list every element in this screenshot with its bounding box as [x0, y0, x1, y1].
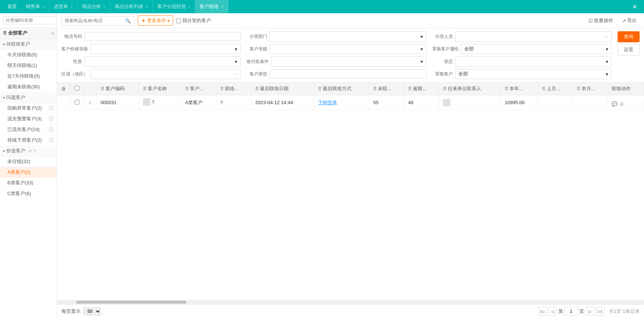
table-row: 1 000031 ? A类客户 7 2023-04-12 14:44: 下销货单…	[57, 95, 644, 110]
sidebar-item-unclassified[interactable]: 未分组(32)	[0, 156, 57, 167]
col-last-way[interactable]: ⠿ 最后联络方式	[314, 82, 369, 95]
scroll-thumb[interactable]	[76, 301, 186, 304]
row-code[interactable]: 000031	[97, 95, 139, 110]
section-pending-contact[interactable]: ▾ 待联络客户	[0, 39, 57, 50]
qr-icon[interactable]: ⊞	[620, 101, 624, 107]
select-all-checkbox[interactable]	[75, 86, 79, 91]
sidebar-collapse-button[interactable]: ◁	[50, 31, 54, 36]
col-name[interactable]: ⠿ 客户名称	[139, 82, 181, 95]
col-checkbox[interactable]	[70, 82, 83, 95]
filter-price-level-label: 客户价格等级	[61, 46, 88, 52]
sidebar-item-today-contact[interactable]: 今天待联络(0)	[0, 50, 57, 60]
filter-nature-select[interactable]	[84, 56, 241, 67]
sidebar-item-class-a[interactable]: A类客户(1)	[0, 167, 57, 178]
filter-phone-input[interactable]	[84, 32, 241, 41]
my-customers-checkbox[interactable]	[176, 18, 181, 23]
filter-dept-label: 分管部门	[247, 33, 267, 40]
filter-row-2: 客户价格等级 客户等级	[61, 44, 612, 54]
col-type[interactable]: ⠿ 客户...	[182, 82, 217, 95]
section-value-customers[interactable]: ▾ 价值客户 ↺ ✎	[0, 146, 57, 156]
region-dots-icon: ···	[233, 71, 237, 77]
sidebar-item-churned[interactable]: 已流失客户(24) ⓘ	[0, 124, 57, 135]
filter-customer-type-label: 客户类型	[247, 71, 267, 77]
filter-person-select[interactable]: ···	[455, 31, 612, 42]
page-size-select[interactable]: 50	[83, 307, 101, 315]
page-number-input[interactable]	[565, 307, 578, 316]
col-this-year[interactable]: ⠿ 本年...	[501, 82, 538, 95]
col-last-date[interactable]: ⠿ 最后联络日期	[251, 82, 314, 95]
close-customer-contact-tab[interactable]: ×	[221, 4, 223, 9]
tab-purchase[interactable]: 进货单 ×	[49, 0, 77, 13]
sidebar-item-declining[interactable]: 持续下滑客户(2) ⓘ	[0, 135, 57, 146]
refresh-icon[interactable]: ↺	[28, 149, 32, 153]
tab-customer-tier[interactable]: 客户分层经营 ×	[153, 0, 195, 13]
col-not-contact[interactable]: ⠿ 未联...	[369, 82, 404, 95]
sidebar-item-repurchase-abnormal[interactable]: 回购异常客户(2) ⓘ	[0, 103, 57, 114]
close-sales-tab[interactable]: ×	[42, 4, 44, 9]
sidebar-item-churn-warning[interactable]: 流失预警客户(3) ⓘ	[0, 114, 57, 124]
page-size-label: 每页显示	[61, 308, 80, 315]
info-icon-3: ⓘ	[49, 126, 54, 133]
last-page-button[interactable]: ▷|	[596, 307, 605, 316]
page-label: 第	[558, 308, 563, 315]
filter-retail-customer-select[interactable]: 全部	[455, 69, 612, 79]
sidebar-item-class-c[interactable]: C类客户(6)	[0, 188, 57, 199]
next-page-button[interactable]: ▷	[586, 307, 594, 316]
tab-product-analysis-list[interactable]: 商品分析列表 ×	[110, 0, 153, 13]
filter-dept-select[interactable]	[269, 31, 426, 42]
filter-retail-attr-select[interactable]: 全部	[461, 44, 612, 54]
close-product-analysis-tab[interactable]: ×	[103, 4, 105, 9]
info-icon-2: ⓘ	[49, 116, 54, 122]
sidebar-item-7day-contact[interactable]: 近7天待联络(0)	[0, 71, 57, 82]
tab-product-analysis[interactable]: 商品分析 ×	[78, 0, 110, 13]
tab-sales[interactable]: 销售单 ×	[21, 0, 49, 13]
col-contact[interactable]: ⠿ 联络...	[217, 82, 251, 95]
page-total-label: 页	[579, 308, 584, 315]
sidebar-item-overdue-contact[interactable]: 逾期未联络(30)	[0, 82, 57, 92]
dept-chevron-icon	[421, 34, 423, 39]
row-checkbox[interactable]	[70, 95, 83, 110]
prev-page-button[interactable]: ◁	[548, 307, 557, 316]
col-prev-contact[interactable]: ⠿ 往来单位联系人	[439, 82, 501, 95]
tab-customer-contact[interactable]: 客户联络 ×	[195, 0, 228, 13]
close-customer-tier-tab[interactable]: ×	[188, 4, 190, 9]
filter-customer-level-select[interactable]	[269, 44, 426, 54]
col-last-month[interactable]: ⠿ 上月...	[538, 82, 573, 95]
close-product-analysis-list-tab[interactable]: ×	[146, 4, 148, 9]
last-way-link[interactable]: 下销货单	[318, 100, 337, 105]
edit-value-icon[interactable]: ✎	[33, 149, 36, 153]
search-input[interactable]	[65, 18, 124, 23]
batch-op-button[interactable]: ☑ 批量操作	[586, 16, 616, 25]
col-this-month[interactable]: ⠿ 本月...	[573, 82, 608, 95]
chat-icon[interactable]: 💬	[612, 101, 618, 107]
search-box[interactable]: 🔍	[61, 16, 135, 25]
window-close-button[interactable]: ✕	[628, 0, 641, 13]
col-settings[interactable]: ⚙	[57, 82, 70, 95]
pagination: |◁ ◁ 第 页 ▷ ▷| 共1页 1条记录	[538, 307, 640, 316]
filter-payment-select[interactable]	[271, 56, 426, 67]
my-customers-checkbox-area[interactable]: 我分管的客户	[176, 17, 211, 24]
row-action[interactable]: 💬 ⊞	[608, 98, 644, 110]
horizontal-scrollbar[interactable]	[57, 300, 644, 304]
col-code[interactable]: ⠿ 客户编码	[97, 82, 139, 95]
row-last-way[interactable]: 下销货单	[314, 95, 369, 110]
close-purchase-tab[interactable]: ×	[70, 4, 72, 9]
section-problem-customers[interactable]: ▾ 问题客户	[0, 92, 57, 103]
row-contact: 7	[217, 95, 251, 110]
home-button[interactable]: 首页	[3, 0, 21, 13]
filter-price-level-select[interactable]	[90, 44, 241, 54]
filter-customer-level: 客户等级	[247, 44, 426, 54]
setting-button[interactable]: 设置	[618, 44, 640, 56]
export-button[interactable]: ↗ 导出	[619, 16, 640, 25]
col-overdue[interactable]: ⠿ 逾期...	[404, 82, 439, 95]
more-filter-button[interactable]: ▼ 更多条件 ▾	[138, 15, 173, 26]
sidebar-item-tomorrow-contact[interactable]: 明天待联络(1)	[0, 60, 57, 71]
filter-customer-type-input[interactable]	[269, 70, 426, 78]
row-select-checkbox[interactable]	[75, 100, 79, 105]
first-page-button[interactable]: |◁	[538, 307, 547, 316]
query-button[interactable]: 查询	[618, 31, 640, 42]
sidebar-search-input[interactable]	[3, 16, 57, 24]
filter-region-select[interactable]: ···	[90, 69, 241, 79]
sidebar-item-class-b[interactable]: B类客户(33)	[0, 178, 57, 188]
filter-status-select[interactable]	[455, 56, 612, 67]
